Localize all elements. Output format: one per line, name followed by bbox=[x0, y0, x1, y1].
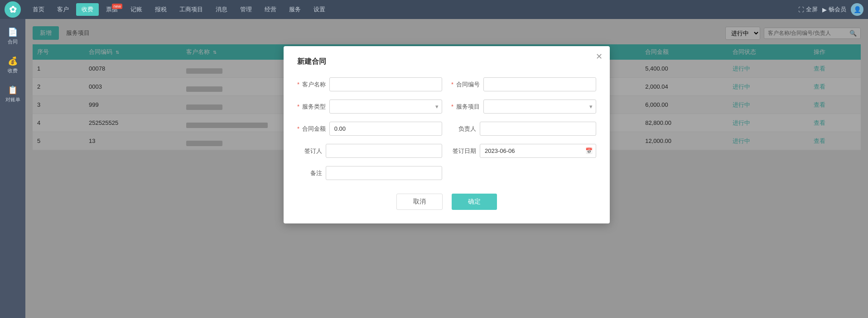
sign-date-label: 签订日期 bbox=[451, 147, 476, 155]
form-row-4: 签订人 签订日期 📅 bbox=[297, 144, 596, 158]
form-group-service-item: * 服务项目 ▾ bbox=[451, 100, 596, 114]
service-item-label: * 服务项目 bbox=[451, 103, 480, 111]
fullscreen-button[interactable]: ⛶ 全屏 bbox=[798, 5, 818, 14]
nav-items: 首页 客户 收费 票据 new 记账 报税 工商项目 消息 管理 经营 服务 设… bbox=[27, 3, 331, 16]
modal-title: 新建合同 bbox=[297, 57, 596, 66]
form-group-remark: 备注 bbox=[297, 166, 442, 180]
nav-invoice[interactable]: 票据 new bbox=[101, 3, 123, 16]
required-star-2: * bbox=[451, 81, 453, 88]
content-area: 新增 服务项目 进行中 已完成 已终止 🔍 序号 合同 bbox=[25, 19, 868, 318]
member-button[interactable]: ▶ 畅会员 bbox=[822, 5, 846, 14]
signer-label: 签订人 bbox=[297, 147, 322, 155]
required-star-4: * bbox=[451, 103, 453, 110]
required-star-1: * bbox=[297, 81, 299, 88]
form-group-customer: * 客户名称 bbox=[297, 77, 442, 91]
calendar-icon[interactable]: 📅 bbox=[585, 147, 593, 154]
amount-input[interactable] bbox=[329, 122, 442, 136]
fullscreen-icon: ⛶ bbox=[798, 6, 804, 13]
form-group-service-type: * 服务类型 ▾ bbox=[297, 100, 442, 114]
contract-no-label: * 合同编号 bbox=[451, 81, 480, 89]
sidebar-item-contract[interactable]: 📄 合同 bbox=[1, 24, 24, 49]
nav-business[interactable]: 工商项目 bbox=[174, 3, 208, 16]
required-star-3: * bbox=[297, 103, 299, 110]
nav-manage[interactable]: 管理 bbox=[235, 3, 257, 16]
nav-bookkeeping[interactable]: 记账 bbox=[125, 3, 148, 16]
confirm-button[interactable]: 确定 bbox=[452, 194, 497, 210]
form-row-2: * 服务类型 ▾ * 服务项目 bbox=[297, 100, 596, 114]
form-row-1: * 客户名称 * 合同编号 bbox=[297, 77, 596, 91]
required-star-5: * bbox=[297, 125, 299, 132]
logo[interactable]: ✿ bbox=[5, 1, 21, 18]
nav-operation[interactable]: 经营 bbox=[259, 3, 282, 16]
remark-label: 备注 bbox=[297, 169, 322, 177]
signer-input[interactable] bbox=[326, 144, 442, 158]
form-group-contract-no: * 合同编号 bbox=[451, 77, 596, 91]
form-group-signer: 签订人 bbox=[297, 144, 442, 158]
service-type-select[interactable] bbox=[329, 100, 442, 114]
nav-home[interactable]: 首页 bbox=[27, 3, 50, 16]
top-nav: ✿ 首页 客户 收费 票据 new 记账 报税 工商项目 消息 管理 经营 服务… bbox=[0, 0, 868, 19]
remark-input[interactable] bbox=[326, 166, 442, 180]
new-contract-modal: 新建合同 ✕ * 客户名称 * 合同编号 bbox=[284, 46, 610, 223]
sidebar-item-statement[interactable]: 📋 对账单 bbox=[1, 81, 24, 107]
avatar[interactable]: 👤 bbox=[851, 3, 863, 16]
customer-label: * 客户名称 bbox=[297, 81, 326, 89]
avatar-icon: 👤 bbox=[854, 6, 861, 13]
nav-service[interactable]: 服务 bbox=[284, 3, 306, 16]
form-group-responsible: 负责人 bbox=[451, 122, 596, 136]
service-item-select-wrapper: ▾ bbox=[483, 100, 596, 114]
new-badge: new bbox=[112, 4, 122, 9]
nav-message[interactable]: 消息 bbox=[210, 3, 233, 16]
service-item-select[interactable] bbox=[483, 100, 596, 114]
modal-footer: 取消 确定 bbox=[297, 194, 596, 210]
service-type-select-wrapper: ▾ bbox=[329, 100, 442, 114]
form-group-sign-date: 签订日期 📅 bbox=[451, 144, 596, 158]
responsible-label: 负责人 bbox=[451, 125, 476, 133]
responsible-input[interactable] bbox=[480, 122, 596, 136]
date-input-wrapper: 📅 bbox=[480, 144, 596, 158]
customer-name-input[interactable] bbox=[329, 77, 442, 91]
contract-no-input[interactable] bbox=[483, 77, 596, 91]
main-area: 📄 合同 💰 收费 📋 对账单 新增 服务项目 进行中 已完成 已终止 bbox=[0, 19, 868, 318]
nav-settings[interactable]: 设置 bbox=[308, 3, 331, 16]
sidebar-item-billing[interactable]: 💰 收费 bbox=[1, 52, 24, 78]
amount-label: * 合同金额 bbox=[297, 125, 326, 133]
contract-icon: 📄 bbox=[8, 27, 18, 37]
sidebar: 📄 合同 💰 收费 📋 对账单 bbox=[0, 19, 25, 318]
member-icon: ▶ bbox=[822, 6, 827, 13]
nav-tax[interactable]: 报税 bbox=[149, 3, 172, 16]
nav-customer[interactable]: 客户 bbox=[52, 3, 74, 16]
sign-date-input[interactable] bbox=[480, 144, 596, 158]
statement-icon: 📋 bbox=[8, 85, 18, 95]
form-row-3: * 合同金额 负责人 bbox=[297, 122, 596, 136]
modal-close-button[interactable]: ✕ bbox=[596, 52, 603, 61]
modal-overlay: 新建合同 ✕ * 客户名称 * 合同编号 bbox=[25, 19, 868, 318]
top-nav-right: ⛶ 全屏 ▶ 畅会员 👤 bbox=[798, 3, 863, 16]
cancel-button[interactable]: 取消 bbox=[396, 194, 443, 210]
nav-billing[interactable]: 收费 bbox=[76, 3, 99, 16]
billing-icon: 💰 bbox=[8, 56, 18, 66]
form-group-amount: * 合同金额 bbox=[297, 122, 442, 136]
form-row-5: 备注 bbox=[297, 166, 596, 180]
service-type-label: * 服务类型 bbox=[297, 103, 326, 111]
